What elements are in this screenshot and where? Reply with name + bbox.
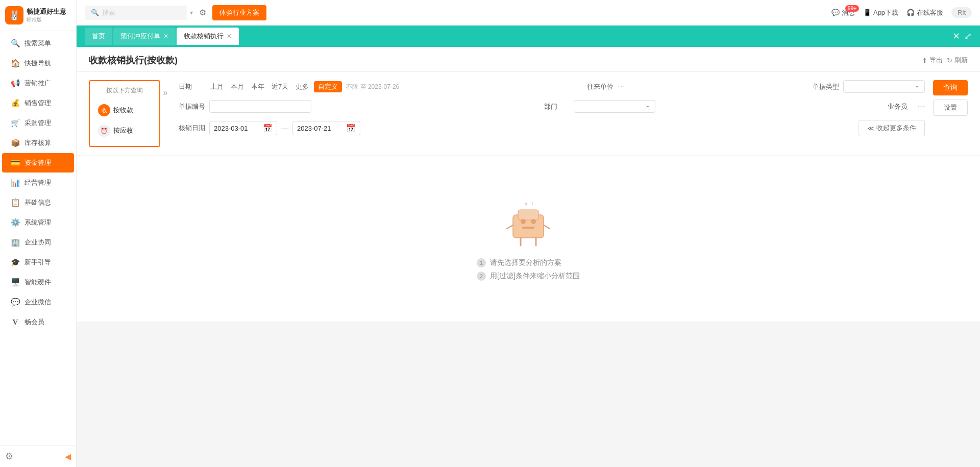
sidebar-label-hardware: 智能硬件 [24,278,51,287]
tab-receivable[interactable]: 收款核销执行 ✕ [177,28,239,45]
sidebar-item-search[interactable]: 🔍 搜索菜单 [2,34,74,53]
message-button[interactable]: 💬 消息 99+ [831,8,855,17]
svg-rect-4 [522,227,534,229]
user-menu[interactable]: Rit [951,7,972,18]
tab-prepay[interactable]: 预付冲应付单 ✕ [113,28,176,45]
sidebar-label-basics: 基础信息 [24,198,51,207]
sidebar-label-guide: 新手引导 [24,258,51,267]
filter-collapse-btn[interactable]: » [160,80,170,147]
user-name: Rit [958,9,966,16]
sidebar-item-finance[interactable]: 💳 资金管理 [2,153,74,173]
sidebar-item-wechat[interactable]: 💬 企业微信 [2,292,74,312]
date-range-picker: 📅 — 📅 [209,121,360,135]
solution-button[interactable]: 体验行业方案 [212,5,266,20]
refresh-button[interactable]: ↻ 刷新 [947,56,968,65]
sidebar-item-hardware[interactable]: 🖥️ 智能硬件 [2,273,74,292]
topbar-dropdown-arrow[interactable]: ▾ [190,9,193,16]
online-service-button[interactable]: 🎧 在线客服 [906,8,943,17]
operations-icon: 📊 [10,178,20,187]
topbar-gear-icon[interactable]: ⚙ [199,8,206,17]
date-start-input[interactable] [214,125,260,132]
sidebar-footer: ⚙ ◀ [0,445,76,467]
tip-2-text: 用[过滤]条件来缩小分析范围 [490,272,580,281]
date-last-month[interactable]: 上月 [208,81,226,92]
date-range-separator: — [281,124,288,132]
refresh-icon: ↻ [947,57,952,64]
finance-icon: 💳 [10,158,20,167]
settings-button[interactable]: 设置 [933,100,968,116]
tab-expand-btn[interactable]: ⤢ [964,31,972,42]
empty-tip-1: 1 请先选择要分析的方案 [477,258,580,267]
sidebar-label-marketing: 营销推广 [24,79,51,88]
topbar: 🔍 搜索 ▾ ⚙ 体验行业方案 💬 消息 99+ 📱 App下载 🎧 在线客服 … [77,0,980,26]
filter-by-receipt[interactable]: 收 按收款 [95,100,154,120]
date-this-month[interactable]: 本月 [229,81,246,92]
date-7days[interactable]: 近7天 [270,81,290,92]
sidebar-item-basics[interactable]: 📋 基础信息 [2,193,74,212]
sidebar-label-finance: 资金管理 [24,158,51,167]
service-label: 在线客服 [917,8,943,17]
query-button[interactable]: 查询 [933,80,968,95]
svg-point-3 [531,219,536,224]
sidebar-label-operations: 经营管理 [24,178,51,187]
date-more[interactable]: 更多 [293,81,311,92]
date-start-calendar-icon[interactable]: 📅 [263,124,273,133]
filter-voucher-type-group: 单据类型 [813,80,925,93]
sidebar-item-enterprise[interactable]: 🏢 企业协同 [2,233,74,252]
sidebar-item-sales[interactable]: 💰 销售管理 [2,93,74,113]
tab-receivable-close[interactable]: ✕ [227,33,232,40]
page-title: 收款核销执行(按收款) [89,54,178,66]
filter-counterpart-group: 往来单位 ··· [587,81,625,92]
filter-voucher-no-group: 单据编号 [179,100,311,113]
collapse-sidebar-btn[interactable]: ◀ [65,452,71,461]
collapse-more-btn[interactable]: ≪ 收起更多条件 [859,120,925,136]
page-header: 收款核销执行(按收款) ⬆ 导出 ↻ 刷新 [77,47,980,72]
date-custom[interactable]: 自定义 [314,81,342,92]
empty-tips: 1 请先选择要分析的方案 2 用[过滤]条件来缩小分析范围 [477,258,580,281]
filter-writeoff-date-group: 核销日期 📅 — 📅 [179,121,360,135]
voucher-no-input[interactable] [209,100,311,113]
tip-2-num: 2 [477,272,486,281]
filter-sidebar: 按以下方查询 收 按收款 ⏰ 按应收 [89,80,160,147]
sidebar-item-quick-nav[interactable]: 🏠 快捷导航 [2,54,74,73]
tab-close-all-btn[interactable]: ✕ [952,31,960,42]
collapse-icon: ≪ [867,125,874,132]
hardware-icon: 🖥️ [10,278,20,287]
date-end-input[interactable] [297,125,343,132]
empty-illustration: ? ! [503,197,554,248]
topbar-search[interactable]: 🔍 搜索 [85,6,187,20]
app-label: App下载 [873,8,898,17]
writeoff-date-label: 核销日期 [179,124,205,133]
search-icon: 🔍 [10,39,20,48]
sidebar-item-operations[interactable]: 📊 经营管理 [2,173,74,192]
sidebar-item-marketing[interactable]: 📢 营销推广 [2,73,74,93]
export-button[interactable]: ⬆ 导出 [922,56,943,65]
settings-footer-icon[interactable]: ⚙ [5,451,13,462]
empty-state: ? ! 1 请先选择要分析的方案 2 用[过滤]条件来缩小分析范围 [77,156,980,322]
voucher-type-select[interactable] [843,80,925,93]
enterprise-icon: 🏢 [10,238,20,247]
receipt-option-icon: 收 [98,104,110,116]
tab-prepay-close[interactable]: ✕ [163,33,168,40]
filter-main: 日期 上月 本月 本年 近7天 更多 自定义 不限 至 2023-07-26 [170,80,925,147]
sidebar-item-purchase[interactable]: 🛒 采购管理 [2,113,74,133]
date-end-calendar-icon[interactable]: 📅 [346,124,356,133]
filter-row-2: 单据编号 部门 业务员 ··· [179,100,925,113]
dept-select[interactable] [574,100,655,113]
staff-dots[interactable]: ··· [917,101,925,112]
counterpart-dots[interactable]: ··· [618,81,625,92]
topbar-right: 💬 消息 99+ 📱 App下载 🎧 在线客服 Rit [831,7,972,18]
sidebar-item-guide[interactable]: 🎓 新手引导 [2,253,74,272]
sidebar-item-member[interactable]: V 畅会员 [2,312,74,332]
date-this-year[interactable]: 本年 [249,81,266,92]
filter-by-receivable[interactable]: ⏰ 按应收 [95,120,154,141]
app-download-button[interactable]: 📱 App下载 [863,8,898,17]
date-sub-text: 不限 至 2023-07-26 [346,83,399,91]
sidebar-item-system[interactable]: ⚙️ 系统管理 [2,213,74,232]
receipt-option-label: 按收款 [113,106,133,115]
basics-icon: 📋 [10,198,20,207]
sidebar-item-inventory[interactable]: 📦 库存核算 [2,133,74,153]
tab-home[interactable]: 首页 [85,28,112,45]
tab-receivable-label: 收款核销执行 [184,32,224,41]
marketing-icon: 📢 [10,79,20,88]
